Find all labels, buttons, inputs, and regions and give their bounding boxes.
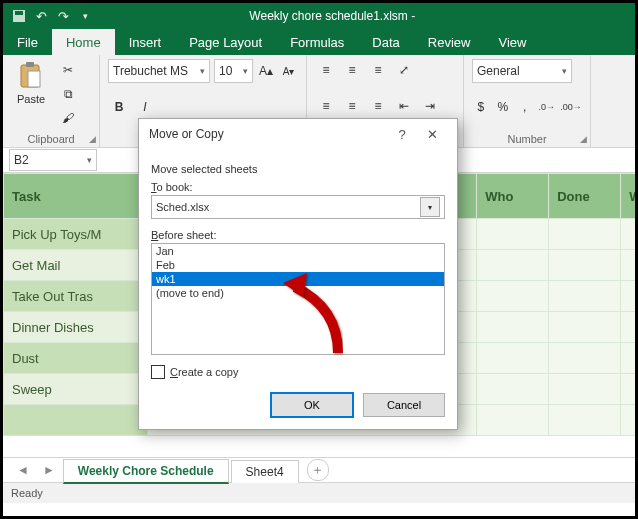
number-format-combo[interactable]: General▾	[472, 59, 572, 83]
tab-home[interactable]: Home	[52, 29, 115, 55]
increase-font-icon[interactable]: A▴	[257, 60, 276, 82]
move-selected-label: Move selected sheets	[151, 163, 445, 175]
before-sheet-label: Before sheet:	[151, 229, 445, 241]
bold-button[interactable]: B	[108, 96, 130, 118]
help-button[interactable]: ?	[387, 127, 417, 142]
checkbox-icon	[151, 365, 165, 379]
svg-rect-1	[15, 11, 23, 15]
paste-button[interactable]: Paste	[11, 59, 51, 105]
new-sheet-button[interactable]: ＋	[307, 459, 329, 481]
clipboard-launcher-icon[interactable]: ◢	[89, 134, 96, 144]
status-bar: Ready	[3, 482, 635, 503]
list-item[interactable]: (move to end)	[152, 286, 444, 300]
orientation-icon[interactable]: ⤢	[393, 59, 415, 81]
align-top-icon[interactable]: ≡	[315, 59, 337, 81]
svg-rect-3	[26, 62, 34, 67]
align-bottom-icon[interactable]: ≡	[367, 59, 389, 81]
undo-icon[interactable]: ↶	[33, 8, 49, 24]
move-or-copy-dialog: Move or Copy ? ✕ Move selected sheets TT…	[138, 118, 458, 430]
ok-button[interactable]: OK	[271, 393, 353, 417]
decrease-decimal-icon[interactable]: .00→	[560, 96, 582, 118]
title-bar: ↶ ↷ ▾ Weekly chore schedule1.xlsm -	[3, 3, 635, 29]
dialog-title: Move or Copy	[149, 127, 224, 141]
tab-review[interactable]: Review	[414, 29, 485, 55]
sheet-tab[interactable]: Sheet4	[231, 460, 299, 483]
indent-dec-icon[interactable]: ⇤	[393, 95, 415, 117]
font-size-combo[interactable]: 10▾	[214, 59, 252, 83]
align-center-icon[interactable]: ≡	[341, 95, 363, 117]
cancel-button[interactable]: Cancel	[363, 393, 445, 417]
save-icon[interactable]	[11, 8, 27, 24]
to-book-combo[interactable]: Sched.xlsx ▾	[151, 195, 445, 219]
cut-icon[interactable]: ✂	[57, 59, 79, 81]
tab-nav-prev-icon[interactable]: ◄	[11, 463, 35, 477]
tab-data[interactable]: Data	[358, 29, 413, 55]
tab-formulas[interactable]: Formulas	[276, 29, 358, 55]
redo-icon[interactable]: ↷	[55, 8, 71, 24]
currency-icon[interactable]: $	[472, 96, 490, 118]
before-sheet-listbox[interactable]: Jan Feb wk1 (move to end)	[151, 243, 445, 355]
sheet-tab-bar: ◄ ► Weekly Chore Schedule Sheet4 ＋	[3, 457, 635, 482]
percent-icon[interactable]: %	[494, 96, 512, 118]
increase-decimal-icon[interactable]: .0→	[537, 96, 556, 118]
group-clipboard-label: Clipboard	[11, 131, 91, 145]
list-item[interactable]: Jan	[152, 244, 444, 258]
indent-inc-icon[interactable]: ⇥	[419, 95, 441, 117]
align-right-icon[interactable]: ≡	[367, 95, 389, 117]
list-item[interactable]: Feb	[152, 258, 444, 272]
sheet-tab-active[interactable]: Weekly Chore Schedule	[63, 459, 229, 484]
tab-file[interactable]: File	[3, 29, 52, 55]
font-name-combo[interactable]: Trebuchet MS▾	[108, 59, 210, 83]
ribbon-tabs: File Home Insert Page Layout Formulas Da…	[3, 29, 635, 55]
qat-more-icon[interactable]: ▾	[77, 8, 93, 24]
chevron-down-icon[interactable]: ▾	[420, 197, 440, 217]
format-painter-icon[interactable]: 🖌	[57, 107, 79, 129]
tab-nav-next-icon[interactable]: ►	[37, 463, 61, 477]
align-middle-icon[interactable]: ≡	[341, 59, 363, 81]
create-copy-checkbox[interactable]: Create a copy	[151, 365, 445, 379]
list-item-selected[interactable]: wk1	[152, 272, 444, 286]
group-number-label: Number	[472, 131, 582, 145]
italic-button[interactable]: I	[134, 96, 156, 118]
svg-rect-4	[28, 71, 40, 87]
to-book-label: TTo book:o book:	[151, 181, 445, 193]
align-left-icon[interactable]: ≡	[315, 95, 337, 117]
tab-view[interactable]: View	[484, 29, 540, 55]
comma-icon[interactable]: ,	[516, 96, 534, 118]
window-title: Weekly chore schedule1.xlsm -	[249, 9, 415, 23]
number-launcher-icon[interactable]: ◢	[580, 134, 587, 144]
close-button[interactable]: ✕	[417, 127, 447, 142]
copy-icon[interactable]: ⧉	[57, 83, 79, 105]
tab-insert[interactable]: Insert	[115, 29, 176, 55]
decrease-font-icon[interactable]: A▾	[279, 60, 298, 82]
name-box[interactable]: B2▾	[9, 149, 97, 171]
tab-page-layout[interactable]: Page Layout	[175, 29, 276, 55]
